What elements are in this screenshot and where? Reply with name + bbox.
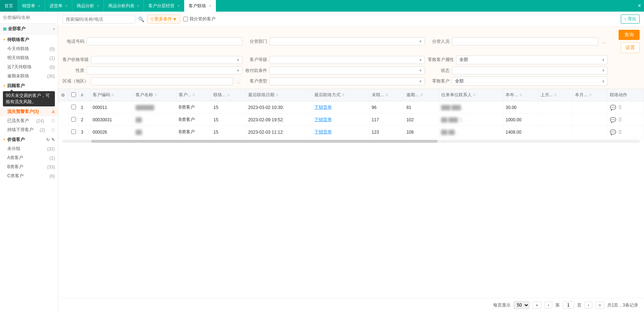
col-code[interactable]: 客户编码 ⇅ <box>90 89 133 101</box>
row-last-month-2 <box>538 126 573 138</box>
filter-payment-dropdown[interactable]: ▾ <box>269 66 425 74</box>
page-number-input[interactable] <box>563 301 574 309</box>
sidebar-item-week-pending[interactable]: 近7天待联络 (0) <box>0 62 58 72</box>
tab-customer-contact-close[interactable]: × <box>209 4 211 8</box>
this-year-sort-icon: ⇅ <box>519 93 522 97</box>
tab-customer-tier[interactable]: 客户分层经营 × <box>144 0 184 12</box>
tab-customer-tier-close[interactable]: × <box>177 4 180 8</box>
filter-cust-type-dropdown[interactable]: ▾ <box>269 77 425 85</box>
tab-sales-close[interactable]: × <box>38 4 40 8</box>
col-last-method[interactable]: 最后联络方式 ⇅ <box>312 89 369 101</box>
row-last-method-2[interactable]: 下销货单 <box>312 126 369 138</box>
tab-goods-analysis-list-close[interactable]: × <box>137 4 140 8</box>
col-this-year[interactable]: 本年... ⇅ <box>503 89 538 101</box>
query-button[interactable]: 查询 <box>619 30 640 40</box>
row-chat-icon-1[interactable]: 💬 <box>610 117 616 123</box>
scrollbar-thumb[interactable] <box>91 140 438 143</box>
first-page-btn[interactable]: « <box>532 301 542 309</box>
row-checkbox-1[interactable] <box>71 117 76 122</box>
filter-dept-label: 分管部门 <box>245 39 267 45</box>
sidebar-item-class-b[interactable]: B类客户 (33) <box>0 162 58 171</box>
sidebar-section-lost[interactable]: ▼ 回顾客户 <box>0 81 58 90</box>
filter-phone-input[interactable] <box>86 37 242 45</box>
sidebar-item-tomorrow-pending[interactable]: 明天待联络 (1) <box>0 53 58 62</box>
row-last-method-1[interactable]: 下销货单 <box>312 114 369 126</box>
this-month-sort-icon: ⇅ <box>589 93 592 97</box>
filter-retail-attr-dropdown[interactable]: 全部 ▾ <box>456 55 608 64</box>
sidebar-item-churn-warning[interactable]: 流失预警客户(3) ⚠ <box>0 107 58 116</box>
table-scroll-wrapper[interactable]: ⚙ # 客户编码 ⇅ 客户名称 ⇅ <box>58 89 644 138</box>
filter-search-btn[interactable]: 🔍 <box>138 16 144 22</box>
per-page-select[interactable]: 50 <box>514 301 530 309</box>
row-more-icon-0[interactable]: ⠿ <box>618 105 622 110</box>
sidebar-search-input[interactable] <box>3 15 57 20</box>
col-contact-count[interactable]: 联络... ⇅ <box>211 89 246 101</box>
window-close-btn[interactable]: × <box>638 3 644 9</box>
sidebar-item-lost[interactable]: 已流失客户 (24) ⓘ <box>0 116 58 125</box>
tab-sales[interactable]: 销货单 × <box>18 0 45 12</box>
col-historical[interactable]: 往来单位联系人 ⇅ <box>439 89 503 101</box>
row-more-icon-2[interactable]: ⠿ <box>618 129 622 135</box>
filter-retail-dropdown[interactable]: 全部 ▾ <box>452 77 608 86</box>
filter-search-input[interactable] <box>63 15 135 24</box>
my-customers-checkbox-label[interactable]: 我分管的客户 <box>183 16 216 22</box>
row-checkbox-2[interactable] <box>71 129 76 134</box>
col-settings[interactable]: ⚙ <box>58 89 68 101</box>
filter-more-btn[interactable]: ▽ 更多条件 ▼ <box>147 15 180 24</box>
last-page-btn[interactable]: » <box>595 301 604 309</box>
sidebar-search-bar: 🔍 <box>0 12 58 24</box>
sidebar-item-class-a[interactable]: A类客户 (1) <box>0 153 58 162</box>
sidebar-collapse-btn[interactable]: « <box>53 27 55 31</box>
sidebar-item-overdue-pending[interactable]: 逾期未联络 (30) <box>0 72 58 81</box>
row-checkbox-0[interactable] <box>71 105 76 109</box>
sidebar-item-declining[interactable]: 持续下滑客户 (2) ⓘ <box>0 125 58 134</box>
col-last-month[interactable]: 上月... ⇅ <box>538 89 573 101</box>
next-page-btn[interactable]: › <box>584 301 592 309</box>
col-this-month[interactable]: 本月... ⇅ <box>573 89 608 101</box>
col-type[interactable]: 客户... ⇅ <box>176 89 211 101</box>
refresh-icon[interactable]: ↻ <box>46 137 50 142</box>
sidebar-item-today-pending[interactable]: 今天待联络 (0) <box>0 44 58 53</box>
filter-person-input[interactable] <box>452 37 598 45</box>
row-last-method-0[interactable]: 下销货单 <box>312 101 369 114</box>
filter-price-tier-dropdown[interactable]: ▾ <box>91 56 242 64</box>
my-customers-checkbox[interactable] <box>183 17 188 21</box>
col-name[interactable]: 客户名称 ⇅ <box>133 89 176 101</box>
region-dots-btn[interactable]: ... <box>235 78 242 84</box>
tab-goods-analysis-list[interactable]: 商品分析列表 × <box>104 0 144 12</box>
sidebar-all-customers[interactable]: ⊞ 全部客户 « <box>0 24 58 35</box>
filter-dept-dropdown[interactable]: ▾ <box>269 37 425 45</box>
col-overdue[interactable]: 逾期... ⇅ <box>404 89 439 101</box>
sidebar-item-class-c[interactable]: C类客户 (6) <box>0 171 58 181</box>
settings-button[interactable]: 设置 <box>621 42 640 53</box>
sidebar-section-pending[interactable]: ▼ 待联络客户 <box>0 35 58 44</box>
adv-filter-panel: 电话号码 分管部门 ▾ 分管人员 ... 查询 设置 <box>58 27 644 89</box>
select-all-checkbox[interactable] <box>71 92 76 97</box>
col-last-date[interactable]: 最后联络日期 ⇅ <box>246 89 312 101</box>
row-more-icon-1[interactable]: ⠿ <box>618 117 622 123</box>
filter-cust-tier-dropdown[interactable]: ▾ <box>269 56 425 64</box>
tab-goods-analysis-close[interactable]: × <box>97 4 99 8</box>
edit-icon[interactable]: ✎ <box>51 137 55 142</box>
row-chat-icon-2[interactable]: 💬 <box>610 129 616 135</box>
filter-cust-tier-label: 客户等级 <box>245 57 267 63</box>
sidebar-section-value[interactable]: ▼ 价值客户 ↻ ✎ <box>0 134 58 144</box>
filter-region-input[interactable] <box>91 77 233 85</box>
prev-page-btn[interactable]: ‹ <box>544 301 552 309</box>
tab-goods-analysis[interactable]: 商品分析 × <box>72 0 104 12</box>
row-action-1: 💬 ⠿ <box>607 114 644 126</box>
tab-purchase[interactable]: 进货单 × <box>45 0 72 12</box>
tab-customer-contact[interactable]: 客户联络 × <box>184 0 216 12</box>
filter-status-dropdown[interactable]: ▾ <box>452 66 608 74</box>
row-chat-icon-0[interactable]: 💬 <box>610 105 616 110</box>
tab-home[interactable]: 首页 <box>0 0 18 12</box>
tab-purchase-close[interactable]: × <box>65 4 68 8</box>
horizontal-scrollbar[interactable] <box>63 140 640 143</box>
person-dots-btn[interactable]: ... <box>600 39 608 44</box>
filter-nature-dropdown[interactable]: ▾ <box>86 66 242 74</box>
status-chevron-icon: ▾ <box>602 68 604 73</box>
col-checkbox <box>68 89 79 101</box>
export-btn[interactable]: ↑ 导出 <box>621 15 640 24</box>
col-not-contacted[interactable]: 未联... ⇅ <box>369 89 404 101</box>
sidebar-item-ungrouped[interactable]: 未分组 (32) <box>0 144 58 153</box>
